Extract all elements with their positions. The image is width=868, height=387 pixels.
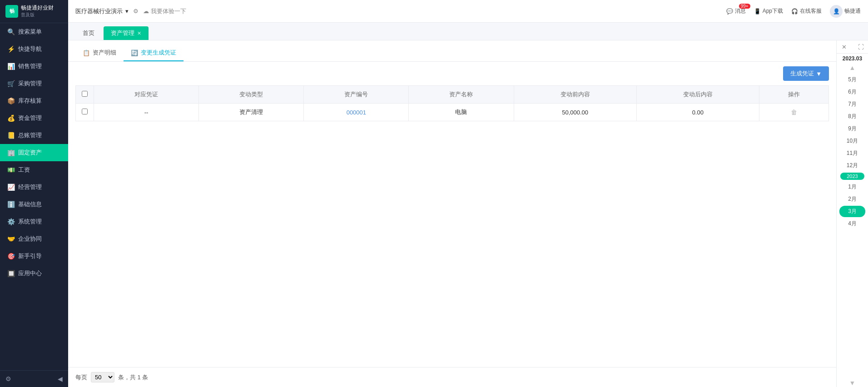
operations-icon: 📈 <box>7 184 15 191</box>
sidebar-item-ledger[interactable]: 📒总账管理 <box>0 127 68 144</box>
sidebar-item-system[interactable]: ⚙️系统管理 <box>0 213 68 230</box>
calendar-close-button[interactable]: ✕ <box>839 42 848 51</box>
row-checkbox[interactable] <box>82 109 88 114</box>
settings-gear-icon[interactable]: ⚙ <box>133 8 139 15</box>
sidebar-item-sales[interactable]: 📊销售管理 <box>0 58 68 75</box>
topbar: 医疗器械行业演示 ▾ ⚙ ☁ 我要体验一下 💬 消息 99+ 📱 App下载 🎧… <box>68 0 868 23</box>
sidebar-item-appcenter[interactable]: 🔲应用中心 <box>0 265 68 282</box>
generate-dropdown-icon: ▼ <box>816 70 822 77</box>
app-icon: 📱 <box>754 8 761 15</box>
enterprise-icon: 🤝 <box>7 235 15 243</box>
row-assetname: 电脑 <box>409 104 514 121</box>
sidebar-label-ledger: 总账管理 <box>18 131 42 139</box>
user-btn[interactable]: 👤 畅捷通 <box>830 5 861 18</box>
sidebar-item-search[interactable]: 🔍搜索菜单 <box>0 23 68 40</box>
sidebar-label-fixedassets: 固定资产 <box>18 149 42 157</box>
header-after: 变动后内容 <box>636 86 759 104</box>
header-before: 变动前内容 <box>514 86 636 104</box>
calendar-month-2023-2[interactable]: 2月 <box>837 193 868 205</box>
calendar-month-2023-3[interactable]: 3月 <box>839 206 865 217</box>
hint-text: 我要体验一下 <box>151 7 186 15</box>
sidebar-item-payroll[interactable]: 💵工资 <box>0 161 68 179</box>
select-all-checkbox[interactable] <box>82 91 88 97</box>
calendar-month-7[interactable]: 7月 <box>837 98 868 110</box>
calendar-month-10[interactable]: 10月 <box>837 135 868 147</box>
assetlist-label: 资产明细 <box>93 49 116 57</box>
changevoucher-icon: 🔄 <box>131 50 138 56</box>
sidebar-item-inventory[interactable]: 📦库存核算 <box>0 92 68 109</box>
row-action: 🗑 <box>759 104 828 121</box>
sidebar-label-sales: 销售管理 <box>18 62 42 70</box>
subtab-assetlist[interactable]: 📋 资产明细 <box>75 45 124 61</box>
sidebar-label-enterprise: 企业协同 <box>18 235 42 243</box>
calendar-month-9[interactable]: 9月 <box>837 123 868 135</box>
sidebar-menu: 🔍搜索菜单⚡快捷导航📊销售管理🛒采购管理📦库存核算💰资金管理📒总账管理🏢固定资产… <box>0 23 68 370</box>
calendar-expand-button[interactable]: ⛶ <box>856 42 865 51</box>
sidebar-label-search: 搜索菜单 <box>18 28 42 36</box>
avatar: 👤 <box>830 5 843 18</box>
sidebar-label-appcenter: 应用中心 <box>18 269 42 278</box>
sidebar-label-system: 系统管理 <box>18 218 42 226</box>
system-icon: ⚙️ <box>7 218 15 225</box>
tab-assetmgmt-label: 资产管理 <box>111 29 134 37</box>
sidebar-item-guide[interactable]: 🎯新手引导 <box>0 248 68 265</box>
calendar-month-5[interactable]: 5月 <box>837 74 868 86</box>
purchase-icon: 🛒 <box>7 80 15 87</box>
calendar-up-arrow[interactable]: ▲ <box>837 64 868 72</box>
settings-icon[interactable]: ⚙ <box>5 375 11 382</box>
calendar-month-2023-4[interactable]: 4月 <box>837 218 868 230</box>
sidebar-item-enterprise[interactable]: 🤝企业协同 <box>0 230 68 248</box>
sidebar-label-basicinfo: 基础信息 <box>18 200 42 208</box>
collapse-icon[interactable]: ◀ <box>58 375 63 382</box>
calendar-month-8[interactable]: 8月 <box>837 110 868 123</box>
sidebar-label-payroll: 工资 <box>18 166 30 174</box>
generate-voucher-button[interactable]: 生成凭证 ▼ <box>783 66 829 81</box>
delete-row-button[interactable]: 🗑 <box>791 109 797 116</box>
sidebar-item-quicknav[interactable]: ⚡快捷导航 <box>0 40 68 58</box>
app-download-btn[interactable]: 📱 App下载 <box>754 7 783 15</box>
sidebar-item-capital[interactable]: 💰资金管理 <box>0 109 68 127</box>
appcenter-icon: 🔲 <box>7 270 15 277</box>
sidebar-item-basicinfo[interactable]: ℹ️基础信息 <box>0 196 68 213</box>
main-area: 医疗器械行业演示 ▾ ⚙ ☁ 我要体验一下 💬 消息 99+ 📱 App下载 🎧… <box>68 0 868 387</box>
sales-icon: 📊 <box>7 63 15 70</box>
message-btn[interactable]: 💬 消息 99+ <box>726 7 746 15</box>
sidebar-item-operations[interactable]: 📈经营管理 <box>0 179 68 196</box>
calendar-section-prev: 5月6月7月8月9月10月11月12月 <box>837 74 868 172</box>
subtab-changevoucher[interactable]: 🔄 变更生成凭证 <box>124 45 184 61</box>
sidebar-item-purchase[interactable]: 🛒采购管理 <box>0 75 68 92</box>
calendar-month-6[interactable]: 6月 <box>837 86 868 98</box>
toolbar: 生成凭证 ▼ <box>68 62 836 85</box>
sidebar-item-fixedassets[interactable]: 🏢固定资产 <box>0 144 68 161</box>
sidebar-footer: ⚙ ◀ <box>0 370 68 387</box>
tab-assetmgmt[interactable]: 资产管理 ✕ <box>104 26 149 40</box>
header-checkbox-cell <box>76 86 94 104</box>
calendar-month-2023-1[interactable]: 1月 <box>837 181 868 193</box>
header-action: 操作 <box>759 86 828 104</box>
sidebar: 畅 畅捷通好业财 普及版 🔍搜索菜单⚡快捷导航📊销售管理🛒采购管理📦库存核算💰资… <box>0 0 68 387</box>
sidebar-logo: 畅 畅捷通好业财 普及版 <box>0 0 68 23</box>
row-after: 0.00 <box>636 104 759 121</box>
row-before: 50,000.00 <box>514 104 636 121</box>
company-selector[interactable]: 医疗器械行业演示 ▾ <box>75 7 129 15</box>
logo-version: 普及版 <box>21 12 54 18</box>
service-btn[interactable]: 🎧 在线客服 <box>791 7 822 15</box>
header-changetype: 变动类型 <box>199 86 304 104</box>
tab-home[interactable]: 首页 <box>75 26 102 40</box>
hint-btn[interactable]: ☁ 我要体验一下 <box>143 7 186 15</box>
quicknav-icon: ⚡ <box>7 45 15 53</box>
calendar-month-12[interactable]: 12月 <box>837 159 868 172</box>
per-page-select[interactable]: 102050100 <box>91 372 114 382</box>
calendar-down-arrow[interactable]: ▼ <box>837 379 868 387</box>
basicinfo-icon: ℹ️ <box>7 201 15 208</box>
calendar-scroll: 5月6月7月8月9月10月11月12月20231月2月3月4月 <box>837 72 868 379</box>
sidebar-label-purchase: 采购管理 <box>18 79 42 88</box>
app-label: App下载 <box>763 7 783 15</box>
service-label: 在线客服 <box>800 7 822 15</box>
calendar-month-11[interactable]: 11月 <box>837 147 868 159</box>
sidebar-label-capital: 资金管理 <box>18 114 42 122</box>
total-label: 条，共 1 条 <box>118 373 148 382</box>
sidebar-label-inventory: 库存核算 <box>18 97 42 105</box>
header-assetno: 资产编号 <box>304 86 409 104</box>
tab-close-icon[interactable]: ✕ <box>137 30 141 36</box>
